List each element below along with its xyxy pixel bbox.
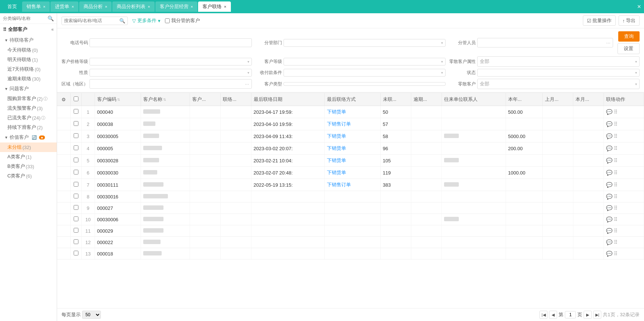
row-checkbox-9[interactable] <box>70 214 81 225</box>
tab-analysis-close[interactable]: × <box>105 4 107 9</box>
row-last-method-1[interactable]: 下销售订单 <box>324 118 380 130</box>
contact-icon-12[interactable]: 💬 <box>606 251 612 257</box>
row-check-5[interactable] <box>74 170 78 174</box>
contact-icon-2[interactable]: 💬 <box>606 133 612 139</box>
row-last-method-10[interactable] <box>324 225 380 237</box>
filter-property-select[interactable]: ▾ <box>89 69 252 77</box>
page-number-input[interactable] <box>565 311 576 318</box>
group-pending-contact[interactable]: ▼ 待联络客户 <box>0 35 57 45</box>
th-contact[interactable]: 联络... <box>221 93 251 106</box>
more-icon-10[interactable]: ⠿ <box>614 228 617 234</box>
last-method-link-1[interactable]: 下销售订单 <box>327 121 351 127</box>
row-last-method-9[interactable] <box>324 214 380 225</box>
prev-page-btn[interactable]: ◀ <box>549 311 557 319</box>
more-icon-11[interactable]: ⠿ <box>614 239 617 245</box>
row-check-6[interactable] <box>74 182 78 187</box>
more-icon-6[interactable]: ⠿ <box>614 182 617 188</box>
contact-icon-7[interactable]: 💬 <box>606 194 612 200</box>
my-customers-filter[interactable]: 我分管的客户 <box>165 17 200 24</box>
tab-customer-tier-close[interactable]: × <box>191 4 193 9</box>
th-this-year[interactable]: 本年... <box>506 93 542 106</box>
sidebar-item-tomorrow[interactable]: 明天待联络 (1) <box>0 55 57 64</box>
row-checkbox-10[interactable] <box>70 225 81 237</box>
row-checkbox-6[interactable] <box>70 179 81 191</box>
sidebar-item-class-a[interactable]: A类客户 (1) <box>0 152 57 162</box>
th-name[interactable]: 客户名称 ⇅ <box>141 93 190 106</box>
sidebar-item-overdue[interactable]: 逾期未联络 (30) <box>0 74 57 84</box>
query-btn[interactable]: 查询 <box>618 31 640 42</box>
last-page-btn[interactable]: ▶| <box>593 311 601 319</box>
row-check-1[interactable] <box>74 121 78 126</box>
row-check-9[interactable] <box>74 216 78 221</box>
row-last-method-8[interactable] <box>324 202 380 214</box>
more-icon-1[interactable]: ⠿ <box>614 121 617 127</box>
th-unit-contact[interactable]: 往来单位联系人 <box>442 93 506 106</box>
export-btn[interactable]: ↑ 导出 <box>619 15 640 26</box>
more-icon-2[interactable]: ⠿ <box>614 133 617 139</box>
row-checkbox-3[interactable] <box>70 142 81 155</box>
th-settings[interactable]: ⚙ <box>57 93 70 106</box>
contact-icon-6[interactable]: 💬 <box>606 182 612 188</box>
filter-customer-level-select[interactable]: ▾ <box>284 58 446 66</box>
next-page-btn[interactable]: ▶ <box>584 311 592 319</box>
sidebar-search-input[interactable] <box>3 16 46 21</box>
last-method-link-6[interactable]: 下销售订单 <box>327 182 351 187</box>
more-icon-12[interactable]: ⠿ <box>614 251 617 257</box>
tab-analysis-list-close[interactable]: × <box>148 4 150 9</box>
filter-customer-type-select[interactable] <box>284 82 446 86</box>
reset-btn[interactable]: 设置 <box>617 43 640 54</box>
row-last-method-2[interactable]: 下销货单 <box>324 130 380 142</box>
last-method-link-0[interactable]: 下销货单 <box>327 109 346 114</box>
filter-phone-input[interactable] <box>89 38 252 47</box>
my-customers-checkbox[interactable] <box>165 18 170 23</box>
tab-sales[interactable]: 销售单 × <box>22 1 50 12</box>
th-checkbox[interactable] <box>70 93 81 106</box>
contact-icon-8[interactable]: 💬 <box>606 205 612 211</box>
group-problem[interactable]: ▼ 问题客户 <box>0 84 57 94</box>
close-window-btn[interactable]: × <box>637 3 641 11</box>
row-last-method-3[interactable]: 下销货单 <box>324 142 380 155</box>
contact-icon-5[interactable]: 💬 <box>606 170 612 176</box>
filter-manager-input[interactable]: ··· <box>477 38 613 47</box>
sidebar-item-class-c[interactable]: C类客户 (6) <box>0 171 57 181</box>
filter-retail-attr-select[interactable]: 全部 ▾ <box>477 56 640 67</box>
sidebar-collapse-icon[interactable]: « <box>51 27 54 32</box>
all-customers-header[interactable]: ⠿ 全部客户 « <box>0 24 57 35</box>
row-check-3[interactable] <box>74 145 78 150</box>
last-method-link-5[interactable]: 下销货单 <box>327 170 346 175</box>
main-search-icon[interactable]: 🔍 <box>119 18 125 24</box>
tab-purchase-close[interactable]: × <box>71 4 74 9</box>
sidebar-item-hoarding[interactable]: 囤购异常客户 (2) ⓘ <box>0 94 57 103</box>
th-last-method[interactable]: 最后联络方式 <box>324 93 380 106</box>
th-overdue[interactable]: 逾期... <box>411 93 441 106</box>
first-page-btn[interactable]: |◀ <box>539 311 548 319</box>
more-icon-4[interactable]: ⠿ <box>614 158 617 163</box>
row-last-method-4[interactable]: 下销货单 <box>324 155 380 167</box>
more-icon-7[interactable]: ⠿ <box>614 194 617 200</box>
more-icon-3[interactable]: ⠿ <box>614 145 617 151</box>
row-checkbox-4[interactable] <box>70 155 81 167</box>
tab-purchase[interactable]: 进货单 × <box>50 1 78 12</box>
row-check-12[interactable] <box>74 251 78 255</box>
filter-price-level-select[interactable]: ▾ <box>89 58 252 66</box>
row-check-4[interactable] <box>74 158 78 162</box>
manager-dots-icon[interactable]: ··· <box>606 40 610 46</box>
last-method-link-3[interactable]: 下销货单 <box>327 145 346 151</box>
row-checkbox-0[interactable] <box>70 106 81 118</box>
row-check-7[interactable] <box>74 194 78 198</box>
th-type[interactable]: 客户... <box>190 93 221 106</box>
row-checkbox-2[interactable] <box>70 130 81 142</box>
row-checkbox-12[interactable] <box>70 248 81 260</box>
row-check-11[interactable] <box>74 239 78 244</box>
sidebar-item-churn-warning[interactable]: 流失预警客户 (3) <box>0 103 57 113</box>
sidebar-item-7days[interactable]: 近7天待联络 (0) <box>0 64 57 74</box>
th-last-month[interactable]: 上月... <box>542 93 573 106</box>
more-conditions-btn[interactable]: ▽ 更多条件 ▾ <box>132 17 161 24</box>
row-last-method-12[interactable] <box>324 248 380 260</box>
settings-icon[interactable]: ⚙ <box>61 97 66 102</box>
row-last-method-7[interactable] <box>324 191 380 202</box>
last-method-link-2[interactable]: 下销货单 <box>327 133 346 139</box>
contact-icon-0[interactable]: 💬 <box>606 109 612 115</box>
filter-payment-select[interactable]: ▾ <box>284 69 446 77</box>
tab-home[interactable]: 首页 <box>3 1 21 12</box>
